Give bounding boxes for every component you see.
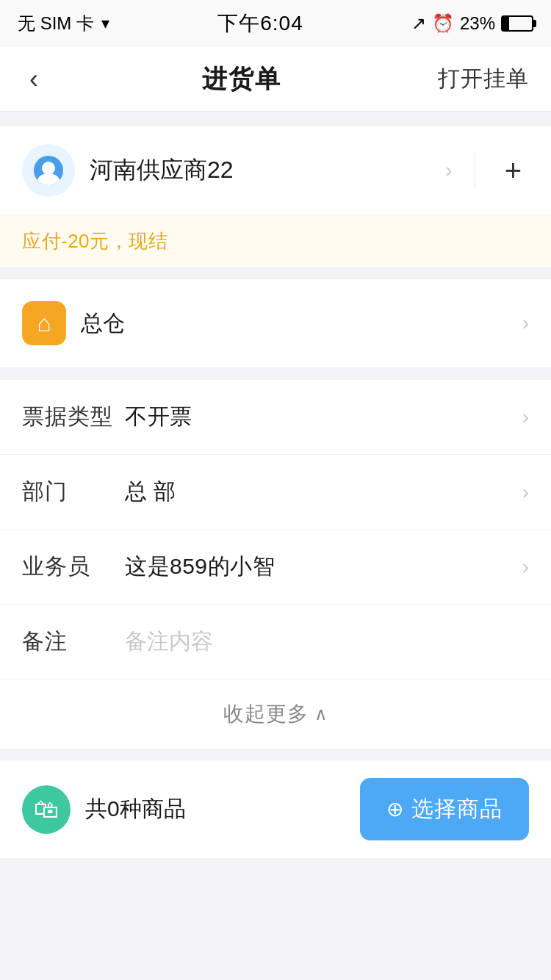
select-product-label: 选择商品	[411, 794, 503, 824]
product-count: 共0种商品	[85, 794, 360, 824]
status-bar-time: 下午6:04	[217, 10, 303, 37]
collapse-label: 收起更多	[223, 700, 309, 728]
product-icon-wrap: 🛍	[22, 785, 71, 834]
supplier-divider	[475, 152, 475, 189]
salesperson-row[interactable]: 业务员 这是859的小智 ›	[0, 530, 551, 605]
salesperson-arrow-icon: ›	[522, 555, 529, 579]
invoice-type-label: 票据类型	[22, 402, 125, 432]
warehouse-icon-wrap: ⌂	[22, 301, 66, 345]
warehouse-arrow-icon: ›	[522, 311, 529, 335]
product-section: 🛍 共0种商品 ⊕ 选择商品	[0, 760, 551, 858]
bottom-fill	[0, 858, 551, 980]
select-product-icon: ⊕	[386, 797, 404, 821]
open-pending-button[interactable]: 打开挂单	[438, 64, 529, 94]
collapse-section: 收起更多 ∧	[0, 679, 551, 749]
battery-percent: 23%	[460, 13, 495, 34]
supplier-row[interactable]: 河南供应商22 › +	[0, 126, 551, 215]
section-gap-1	[0, 112, 551, 126]
status-bar-left: 无 SIM 卡 ▾	[18, 12, 109, 35]
product-bag-icon: 🛍	[34, 795, 59, 824]
invoice-type-arrow-icon: ›	[522, 406, 529, 429]
collapse-arrow-icon: ∧	[314, 704, 328, 724]
form-section: 票据类型 不开票 › 部门 总 部 › 业务员 这是859的小智 › 备注 备注…	[0, 380, 551, 679]
location-icon: ↗	[411, 13, 426, 34]
section-gap-2	[0, 267, 551, 279]
department-value: 总 部	[125, 477, 515, 507]
balance-notice: 应付-20元，现结	[0, 215, 551, 267]
select-product-button[interactable]: ⊕ 选择商品	[360, 778, 529, 840]
status-bar: 无 SIM 卡 ▾ 下午6:04 ↗ ⏰ 23%	[0, 0, 551, 47]
warehouse-section: ⌂ 总仓 ›	[0, 279, 551, 368]
supplier-name: 河南供应商22	[90, 154, 445, 187]
invoice-type-value: 不开票	[125, 402, 515, 432]
nav-title: 进货单	[202, 62, 281, 96]
remarks-placeholder: 备注内容	[125, 627, 529, 657]
department-row[interactable]: 部门 总 部 ›	[0, 455, 551, 530]
warehouse-row[interactable]: ⌂ 总仓 ›	[0, 279, 551, 368]
back-button[interactable]: ‹	[22, 57, 46, 102]
nav-bar: ‹ 进货单 打开挂单	[0, 47, 551, 112]
salesperson-value: 这是859的小智	[125, 552, 515, 582]
supplier-arrow-icon: ›	[445, 159, 452, 182]
supplier-avatar	[22, 144, 75, 197]
department-label: 部门	[22, 477, 125, 507]
salesperson-label: 业务员	[22, 552, 125, 582]
section-gap-3	[0, 368, 551, 380]
supplier-section: 河南供应商22 › + 应付-20元，现结	[0, 126, 551, 267]
remarks-label: 备注	[22, 627, 125, 657]
add-supplier-button[interactable]: +	[497, 154, 529, 187]
department-arrow-icon: ›	[522, 480, 529, 504]
remarks-row[interactable]: 备注 备注内容	[0, 605, 551, 679]
wifi-icon: ▾	[101, 14, 109, 33]
invoice-type-row[interactable]: 票据类型 不开票 ›	[0, 380, 551, 455]
warehouse-name: 总仓	[81, 309, 515, 339]
house-icon: ⌂	[37, 310, 51, 337]
carrier-label: 无 SIM 卡	[18, 12, 94, 35]
collapse-button[interactable]: 收起更多 ∧	[0, 680, 551, 749]
alarm-icon: ⏰	[432, 13, 454, 34]
status-bar-right: ↗ ⏰ 23%	[411, 13, 533, 34]
avatar-icon	[34, 156, 63, 185]
battery-icon	[501, 15, 533, 32]
